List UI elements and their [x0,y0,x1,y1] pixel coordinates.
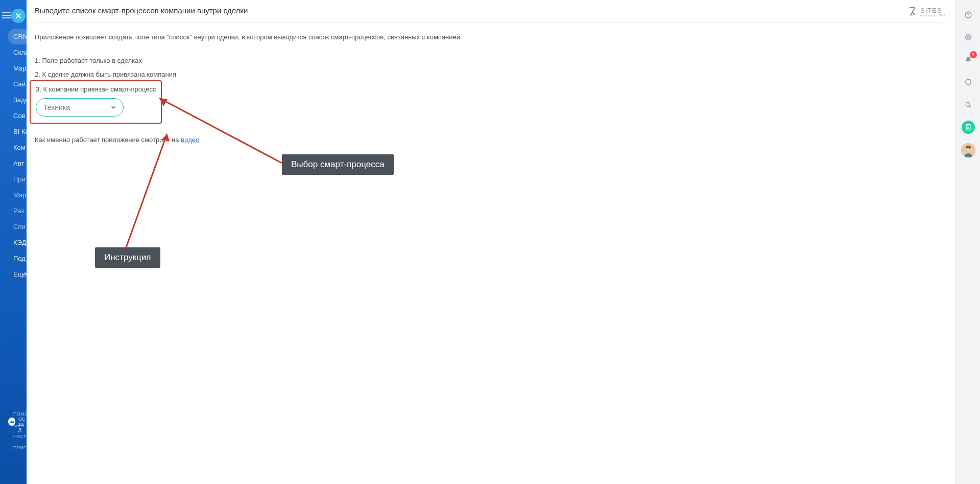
sidebar-item[interactable]: BI Кс [0,124,27,140]
annotation-select: Выбор смарт-процесса [282,154,394,175]
divider [35,22,945,23]
trial-badge[interactable]: ОС 11 Д [8,417,27,433]
sidebar-item-crm[interactable]: CRM [8,29,27,44]
crown-icon [8,418,15,426]
rule-3: 3. К компании привязан смарт-процесс [36,85,156,93]
sidebar-item-more[interactable]: Ещё [0,266,27,282]
sidebar-nav: CRM Скла Мар Сай Зада Сов BI Кс Ком Авт … [0,29,27,282]
brand-subtitle: поставщик CRM [920,14,945,17]
trial-text: ОС 11 Д [18,417,27,433]
avatar[interactable] [961,143,975,157]
video-link[interactable]: видео [181,136,199,144]
annotation-instruction: Инструкция [95,247,160,268]
svg-line-10 [159,98,282,163]
sidebar-item[interactable]: Авт [0,155,27,171]
rule-2: 2. К сделке должна быть привязана компан… [35,71,945,78]
chevron-down-icon [111,105,116,110]
svg-point-9 [969,148,970,149]
svg-point-1 [965,35,971,40]
bell-icon[interactable]: 3 [962,53,975,66]
panel-body: Приложение позволяет создать поле типа "… [27,22,955,144]
copilot-icon[interactable] [962,31,975,44]
close-button[interactable] [11,9,26,23]
highlight-box: 3. К компании привязан смарт-процесс Тех… [30,80,162,124]
search-icon[interactable] [962,98,975,111]
brand-logo-mark-icon [908,6,919,17]
sidebar-item[interactable]: КЭД [0,235,27,250]
description-text: Приложение позволяет создать поле типа "… [35,32,945,42]
page-title: Выведите список смарт-процессов компании… [35,6,248,15]
notes-icon[interactable] [962,121,975,134]
sidebar-item[interactable]: Под [0,250,27,266]
arrow-1-icon [149,89,287,166]
left-sidebar: CRM Скла Мар Сай Зада Сов BI Кс Ком Авт … [0,0,27,484]
select-value: Техника [43,103,70,111]
sidebar-item[interactable]: Сов [0,108,27,124]
sidebar-item[interactable]: Сай [0,76,27,92]
sidebar-item[interactable]: Мар [0,60,27,76]
right-rail: 3 [955,0,980,484]
sidebar-item[interactable]: Спи [0,219,27,235]
brand-name: SITES [920,7,945,14]
help-icon[interactable] [962,8,975,21]
sidebar-item[interactable]: При [0,171,27,187]
sidebar-item[interactable]: Раз [0,203,27,219]
notification-badge: 3 [970,51,977,58]
sidebar-item[interactable]: Ком [0,140,27,155]
svg-line-12 [126,134,167,247]
rule-1: 1. Поле работает только в сделках [35,57,945,64]
svg-point-4 [966,102,970,106]
main-panel: Выведите список смарт-процессов компании… [27,0,955,484]
sidebar-item[interactable]: Мар [0,187,27,203]
panel-header: Выведите список смарт-процессов компании… [27,0,955,22]
svg-point-2 [967,36,969,38]
sidebar-footer-item[interactable]: ПРИГ [0,442,27,453]
arrow-2-icon [108,125,190,252]
chat-icon[interactable] [962,76,975,89]
video-line: Как именно работает приложение смотрите … [35,136,945,144]
menu-toggle-icon[interactable] [2,12,11,19]
smart-process-select[interactable]: Техника [36,98,124,117]
sidebar-item[interactable]: Скла [0,44,27,60]
brand-logo: SITES поставщик CRM [908,6,945,17]
svg-point-8 [966,148,967,149]
sidebar-item[interactable]: Зада [0,92,27,108]
